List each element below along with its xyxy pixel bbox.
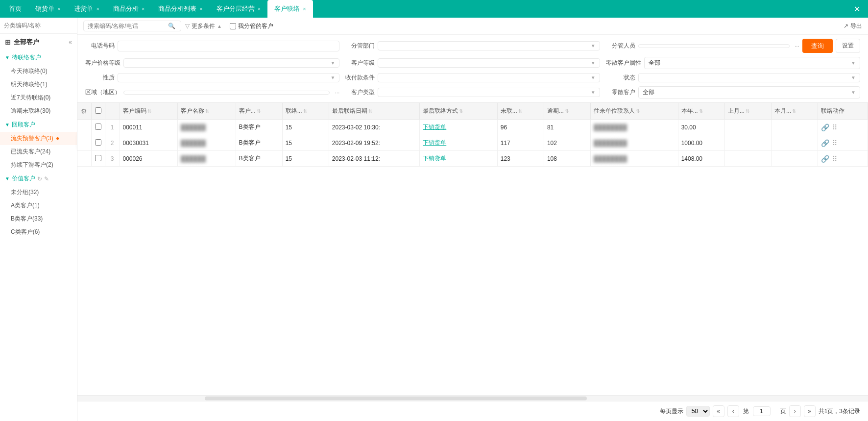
gear-icon[interactable]: ⚙ <box>81 107 87 115</box>
tab-customer-link[interactable]: 客户联络 × <box>267 0 313 18</box>
th-checkbox[interactable] <box>91 103 105 120</box>
horizontal-scrollbar[interactable] <box>77 395 868 401</box>
region-select[interactable] <box>123 91 330 95</box>
tab-purchase[interactable]: 进货单 × <box>67 0 106 18</box>
sidebar-all-customers[interactable]: ⊞ 全部客户 « <box>0 34 77 50</box>
tab-home[interactable]: 首页 <box>2 0 28 18</box>
sidebar-item-b-class[interactable]: B类客户(33) <box>0 212 77 225</box>
sort-this-month-icon: ⇅ <box>792 108 796 114</box>
payment-select[interactable]: ▼ <box>378 73 600 82</box>
first-page-button[interactable]: « <box>713 405 724 417</box>
setting-button[interactable]: 设置 <box>836 39 860 53</box>
phone-label: 电话号码 <box>85 42 115 50</box>
td-last-method-2[interactable]: 下销货单 <box>420 151 498 167</box>
next-page-button[interactable]: › <box>789 405 801 417</box>
sidebar-item-lost-predict[interactable]: 流失预警客户(3) ● 90天未交易的客户，可能有流失风险。 <box>0 132 77 145</box>
tab-analysis[interactable]: 商品分析 × <box>106 0 151 18</box>
th-last-month[interactable]: 上月...⇅ <box>724 103 771 120</box>
th-overdue[interactable]: 逾期...⇅ <box>544 103 590 120</box>
action-menu-icon-1[interactable]: ⠿ <box>832 139 837 147</box>
td-last-method-0[interactable]: 下销货单 <box>420 120 498 135</box>
value-group-refresh[interactable]: ↻ <box>37 175 42 182</box>
value-group-edit[interactable]: ✎ <box>44 175 49 182</box>
th-last-date[interactable]: 最后联络日期⇅ <box>329 103 419 120</box>
close-purchase-tab[interactable]: × <box>96 6 99 12</box>
sidebar-item-tomorrow[interactable]: 明天待联络(1) <box>0 78 77 91</box>
close-customer-tier-tab[interactable]: × <box>258 6 261 12</box>
close-customer-link-tab[interactable]: × <box>303 6 306 12</box>
sidebar-item-c-class[interactable]: C类客户(6) <box>0 225 77 239</box>
sidebar-item-overdue[interactable]: 逾期未联络(30) <box>0 104 77 118</box>
td-num-1: 2 <box>105 135 120 151</box>
action-link-icon-1[interactable]: 🔗 <box>821 139 829 147</box>
td-contact-0: 15 <box>282 120 329 135</box>
sidebar-item-lost-recover[interactable]: 持续下滑客户(2) <box>0 158 77 172</box>
tab-customer-tier[interactable]: 客户分层经营 × <box>210 0 267 18</box>
th-uncontacted[interactable]: 未联...⇅ <box>497 103 544 120</box>
main-content: 🔍 ▽ 更多条件 ▲ 我分管的客户 ↗ 导出 电话号码 <box>77 18 868 421</box>
th-contact[interactable]: 联络...⇅ <box>282 103 329 120</box>
zero-customer-select[interactable]: 全部 ▼ <box>638 86 860 99</box>
export-button[interactable]: ↗ 导出 <box>844 22 862 30</box>
th-name[interactable]: 客户名称⇅ <box>178 103 236 120</box>
action-link-icon-0[interactable]: 🔗 <box>821 124 829 131</box>
advanced-filter: 电话号码 分管部门 ▼ 分管人员 ··· 查询 设置 <box>77 35 868 103</box>
action-menu-icon-2[interactable]: ⠿ <box>832 155 837 163</box>
th-this-year[interactable]: 本年...⇅ <box>678 103 724 120</box>
person-select[interactable] <box>638 44 790 48</box>
action-menu-icon-0[interactable]: ⠿ <box>832 124 837 131</box>
th-code[interactable]: 客户编码⇅ <box>120 103 178 120</box>
filter-more-button[interactable]: ▽ 更多条件 ▲ <box>185 22 222 30</box>
th-last-method[interactable]: 最后联络方式⇅ <box>420 103 498 120</box>
data-table: ⚙ 客户编码⇅ 客户名称⇅ 客户...⇅ 联络...⇅ 最后联络日期⇅ 最后联络… <box>77 103 868 167</box>
phone-input[interactable] <box>118 41 339 51</box>
th-unit-contact[interactable]: 往来单位联系人⇅ <box>591 103 678 120</box>
close-analysis-list-tab[interactable]: × <box>199 6 202 12</box>
my-customers-checkbox[interactable]: 我分管的客户 <box>230 22 273 30</box>
sort-last-date-icon: ⇅ <box>368 108 372 114</box>
zero-attr-select[interactable]: 全部 ▼ <box>644 57 860 69</box>
close-analysis-tab[interactable]: × <box>142 6 145 12</box>
close-sales-tab[interactable]: × <box>57 6 60 12</box>
customer-type-select[interactable]: ▼ <box>378 88 600 97</box>
gender-select[interactable]: ▼ <box>118 73 339 82</box>
query-button[interactable]: 查询 <box>802 39 833 53</box>
td-last-method-1[interactable]: 下销货单 <box>420 135 498 151</box>
last-page-button[interactable]: » <box>804 405 816 417</box>
sidebar-item-lost-already[interactable]: 已流失客户(24) <box>0 145 77 158</box>
per-page-select[interactable]: 50 <box>686 406 710 417</box>
td-this-year-2: 1408.00 <box>678 151 724 167</box>
sidebar-group-lost-title[interactable]: ▼ 回顾客户 <box>0 118 77 132</box>
prev-page-button[interactable]: ‹ <box>727 405 739 417</box>
status-select[interactable]: ▼ <box>638 73 860 82</box>
window-close-button[interactable]: ✕ <box>848 4 866 14</box>
td-contact-2: 15 <box>282 151 329 167</box>
sidebar-group-value-title[interactable]: ▼ 价值客户 ↻ ✎ <box>0 172 77 186</box>
action-link-icon-2[interactable]: 🔗 <box>821 155 829 163</box>
sidebar-item-a-class[interactable]: A类客户(1) <box>0 199 77 212</box>
th-type[interactable]: 客户...⇅ <box>236 103 282 120</box>
person-more-icon[interactable]: ··· <box>795 43 799 50</box>
filter-search-input[interactable] <box>88 23 166 29</box>
select-all-checkbox[interactable] <box>95 107 101 114</box>
region-more-icon[interactable]: ··· <box>335 89 339 96</box>
td-check-0[interactable] <box>91 120 105 135</box>
page-number-input[interactable] <box>753 406 771 416</box>
tab-analysis-list[interactable]: 商品分析列表 × <box>151 0 209 18</box>
th-gear[interactable]: ⚙ <box>77 103 91 120</box>
sidebar-item-unsorted[interactable]: 未分组(32) <box>0 186 77 199</box>
td-check-2[interactable] <box>91 151 105 167</box>
customer-level-select[interactable]: ▼ <box>378 58 600 68</box>
tab-sales[interactable]: 销货单 × <box>28 0 67 18</box>
dept-select[interactable]: ▼ <box>378 41 600 50</box>
scrollbar-thumb[interactable] <box>205 396 587 400</box>
my-customers-check-input[interactable] <box>230 23 236 29</box>
td-last-date-0: 2023-03-02 10:30: <box>329 120 419 135</box>
sidebar-search-input[interactable] <box>4 22 77 29</box>
sidebar-item-today[interactable]: 今天待联络(0) <box>0 65 77 78</box>
price-level-select[interactable]: ▼ <box>123 58 339 68</box>
th-this-month[interactable]: 本月...⇅ <box>771 103 818 120</box>
sidebar-group-pending-title[interactable]: ▼ 待联络客户 <box>0 50 77 65</box>
td-check-1[interactable] <box>91 135 105 151</box>
sidebar-item-week[interactable]: 近7天待联络(0) <box>0 91 77 104</box>
